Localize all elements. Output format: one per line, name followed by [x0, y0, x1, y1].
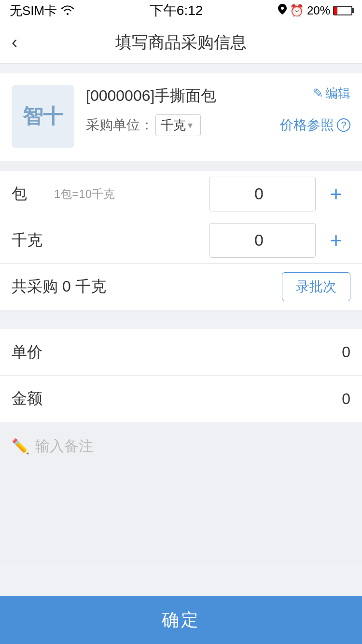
- chevron-down-icon: ▾: [188, 119, 193, 131]
- edit-icon: ✎: [313, 86, 323, 101]
- status-bar-left: 无SIM卡: [10, 2, 74, 19]
- wifi-icon: [61, 3, 74, 18]
- bag-plus-button[interactable]: +: [321, 177, 350, 211]
- bag-quantity-input[interactable]: [209, 177, 316, 211]
- amount-row: 金额 0: [0, 376, 362, 422]
- status-bar-time: 下午6:12: [150, 1, 203, 20]
- pencil-icon: ✏️: [12, 438, 29, 455]
- carrier-text: 无SIM卡: [10, 2, 57, 19]
- alarm-icon: ⏰: [290, 4, 304, 17]
- bag-input-row: 包 1包=10千克 +: [0, 171, 362, 217]
- section-divider-2: [0, 310, 362, 320]
- price-ref-label: 价格参照: [280, 116, 334, 134]
- kg-label: 千克: [12, 230, 50, 251]
- battery-icon: [333, 6, 352, 15]
- total-unit: 千克: [75, 278, 106, 295]
- amount-label: 金额: [12, 388, 42, 409]
- price-ref-button[interactable]: 价格参照 ?: [280, 116, 350, 134]
- back-button[interactable]: ‹: [12, 32, 17, 53]
- confirm-button-label: 确定: [162, 608, 200, 632]
- unit-label: 采购单位：: [86, 116, 153, 134]
- price-section: 单价 0 金额 0: [0, 329, 362, 422]
- status-bar-right: ⏰ 20%: [278, 4, 352, 17]
- unit-price-value: 0: [342, 343, 350, 361]
- kg-quantity-input[interactable]: [209, 223, 316, 258]
- input-section: 包 1包=10千克 + 千克 +: [0, 171, 362, 264]
- battery-percent: 20%: [307, 4, 330, 17]
- help-icon: ?: [337, 118, 350, 132]
- kg-plus-button[interactable]: +: [321, 223, 350, 258]
- product-card: 智十 [0000006]手撕面包 ✎ 编辑 采购单位： 千克 ▾ 价格参照 ?: [0, 73, 362, 161]
- total-label: 共采购: [12, 278, 58, 295]
- edit-label: 编辑: [325, 85, 350, 102]
- product-logo-text: 智十: [23, 103, 63, 130]
- bag-label: 包: [12, 183, 50, 205]
- remark-section[interactable]: ✏️ 输入备注: [0, 423, 362, 470]
- product-info: [0000006]手撕面包 ✎ 编辑 采购单位： 千克 ▾ 价格参照 ?: [86, 85, 350, 136]
- bag-sublabel: 1包=10千克: [54, 186, 209, 202]
- status-bar: 无SIM卡 下午6:12 ⏰ 20%: [0, 0, 362, 21]
- nav-bar: ‹ 填写商品采购信息: [0, 21, 362, 64]
- batch-button[interactable]: 录批次: [282, 272, 350, 301]
- product-header: [0000006]手撕面包 ✎ 编辑: [86, 85, 350, 107]
- unit-price-row: 单价 0: [0, 329, 362, 376]
- remark-placeholder: 输入备注: [35, 436, 93, 456]
- unit-select[interactable]: 千克 ▾: [155, 114, 201, 136]
- total-row: 共采购 0 千克 录批次: [0, 264, 362, 310]
- confirm-button[interactable]: 确定: [0, 596, 362, 644]
- product-image: 智十: [12, 85, 74, 148]
- unit-price-label: 单价: [12, 342, 42, 363]
- total-count: 0: [62, 278, 75, 295]
- total-text: 共采购 0 千克: [12, 276, 106, 297]
- product-name: [0000006]手撕面包: [86, 85, 216, 107]
- kg-input-right: +: [209, 223, 350, 258]
- section-divider-1: [0, 161, 362, 171]
- amount-value: 0: [342, 390, 350, 408]
- edit-button[interactable]: ✎ 编辑: [313, 85, 350, 102]
- product-unit-row: 采购单位： 千克 ▾ 价格参照 ?: [86, 114, 350, 136]
- bag-input-right: +: [209, 177, 350, 211]
- content-spacer: [0, 470, 362, 566]
- unit-value: 千克: [161, 117, 186, 134]
- kg-input-row: 千克 +: [0, 217, 362, 264]
- location-icon: [278, 4, 287, 17]
- page-title: 填写商品采购信息: [115, 31, 247, 54]
